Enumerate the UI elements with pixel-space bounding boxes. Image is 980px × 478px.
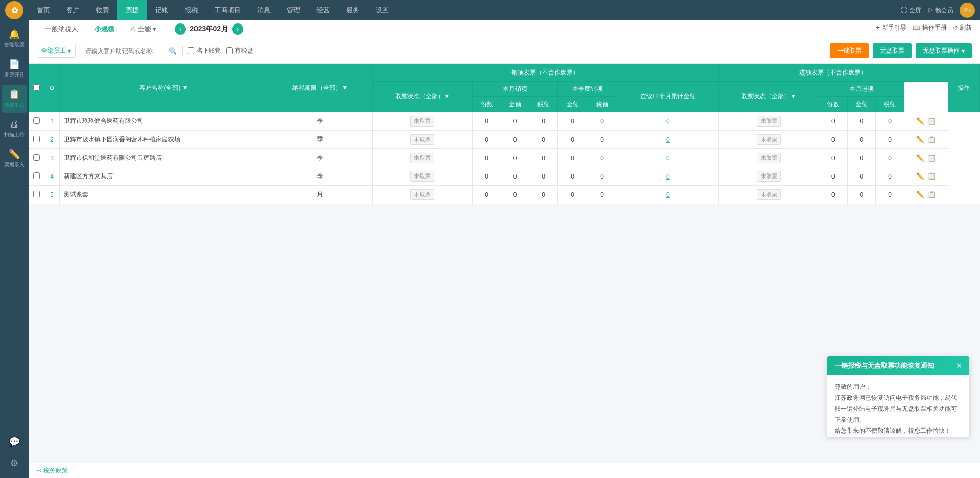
- sidebar-bottom: 💬 ⚙: [2, 432, 27, 473]
- avatar[interactable]: tEa: [960, 3, 975, 18]
- th-consecutive12: 连续12个月累计金额: [617, 82, 719, 112]
- nav-fee[interactable]: 收费: [88, 0, 117, 20]
- checkbox-has-tax-disk-input[interactable]: [226, 47, 233, 54]
- main-table: ⚙ 客户名称(全部) ▼ 纳税期限（全部）▼ 销项发票（不含作废票） 进项发票（…: [29, 64, 980, 204]
- row-checkbox[interactable]: [33, 117, 40, 124]
- row-period-cell: 季: [268, 149, 373, 167]
- row-sales-month-count: 0: [473, 149, 501, 167]
- scan-upload-icon: 🖨: [10, 119, 19, 130]
- row-consecutive12: 0: [617, 131, 719, 149]
- checkbox-has-tax-disk-label: 有税盘: [235, 46, 253, 55]
- nav-tax[interactable]: 报税: [177, 0, 206, 20]
- checkbox-has-tax-disk[interactable]: 有税盘: [226, 46, 253, 55]
- checkbox-own-accounts-input[interactable]: [188, 47, 194, 54]
- select-all-checkbox[interactable]: [33, 84, 40, 91]
- edit-icon[interactable]: ✏️: [916, 154, 924, 162]
- view-icon[interactable]: 📋: [927, 191, 936, 198]
- no-disk-fetch-operation-btn[interactable]: 无盘取票操作 ▾: [916, 43, 972, 58]
- row-index-cell: 4: [44, 167, 60, 186]
- th-purchase-month-amount: 金额: [847, 97, 876, 112]
- nav-operation[interactable]: 经营: [308, 0, 338, 20]
- nav-settings[interactable]: 设置: [368, 0, 397, 20]
- row-checkbox[interactable]: [33, 154, 40, 161]
- edit-icon[interactable]: ✏️: [916, 117, 924, 125]
- row-consecutive12: 0: [617, 186, 719, 204]
- sidebar-item-invoice-summary[interactable]: 📋 票据汇总: [2, 85, 27, 113]
- nav-bookkeeping[interactable]: 记账: [147, 0, 177, 20]
- no-disk-fetch-btn[interactable]: 无盘取票: [873, 43, 912, 58]
- row-sales-month-count: 0: [473, 186, 501, 204]
- row-period-cell: 季: [268, 112, 373, 131]
- row-sales-month-count: 0: [473, 112, 501, 131]
- chat-icon: 💬: [9, 436, 20, 447]
- row-checkbox[interactable]: [33, 136, 40, 142]
- new-guide-btn[interactable]: ✦ 新手引导: [875, 23, 906, 32]
- checkbox-own-accounts[interactable]: 名下账套: [188, 46, 221, 55]
- vip-btn[interactable]: ▷ 畅会员: [927, 6, 953, 15]
- sidebar-item-invoice-entry[interactable]: ✏️ 票据录入: [2, 144, 27, 172]
- notification-close-btn[interactable]: ✕: [956, 362, 962, 370]
- employee-select[interactable]: 全部员工 ▾: [37, 44, 76, 58]
- sidebar-item-invoice-open[interactable]: 📄 发票开具: [2, 55, 27, 83]
- nav-service[interactable]: 服务: [338, 0, 368, 20]
- period-next-btn[interactable]: ›: [232, 23, 243, 35]
- nav-message[interactable]: 消息: [249, 0, 279, 20]
- smart-ticket-icon: 🔔: [9, 29, 20, 40]
- notification-content: 尊敬的用户： 江苏政务网已恢复访问电子税务局功能，易代账一键登陆电子税务局与无盘…: [835, 382, 962, 437]
- row-actions-cell: ✏️ 📋: [904, 149, 948, 167]
- row-purchase-month-count: 0: [819, 131, 848, 149]
- nav-client[interactable]: 客户: [58, 0, 88, 20]
- one-click-fetch-btn[interactable]: 一键取票: [830, 43, 869, 58]
- row-period-cell: 月: [268, 186, 373, 204]
- row-index-cell: 3: [44, 149, 60, 167]
- fullscreen-btn[interactable]: ⛶ 全屏: [901, 6, 921, 15]
- row-sales-quarter-amount: 0: [557, 149, 587, 167]
- fetch-status-sales-badge: 未取票: [410, 134, 434, 145]
- edit-icon[interactable]: ✏️: [916, 172, 924, 180]
- row-sales-month-tax: 0: [529, 186, 558, 204]
- row-checkbox[interactable]: [33, 172, 40, 179]
- nav-manage[interactable]: 管理: [279, 0, 308, 20]
- nav-home[interactable]: 首页: [29, 0, 58, 20]
- sidebar-item-gear[interactable]: ⚙: [2, 454, 27, 473]
- sidebar: 🔔 智能取票 📄 发票开具 📋 票据汇总 🖨 扫描上传 ✏️ 票据录入 💬 ⚙: [0, 20, 29, 478]
- edit-icon[interactable]: ✏️: [916, 136, 924, 143]
- sidebar-item-smart-ticket[interactable]: 🔔 智能取票: [2, 24, 27, 53]
- tab-small-scale[interactable]: 小规模: [86, 20, 122, 39]
- nav-business[interactable]: 工商项目: [206, 0, 249, 20]
- avatar-text: tEa: [963, 8, 971, 13]
- row-purchase-month-tax: 0: [876, 149, 904, 167]
- view-icon[interactable]: 📋: [927, 154, 936, 162]
- th-sales-invoice-group: 销项发票（不含作废票）: [372, 64, 719, 82]
- fetch-status-sales-badge: 未取票: [410, 171, 434, 182]
- invoice-open-icon: 📄: [9, 59, 20, 70]
- tab-general-taxpayer[interactable]: 一般纳税人: [37, 20, 86, 39]
- fetch-status-purchase-badge: 未取票: [757, 134, 781, 145]
- row-purchase-month-amount: 0: [847, 112, 876, 131]
- row-sales-month-amount: 0: [501, 186, 529, 204]
- edit-icon[interactable]: ✏️: [916, 191, 924, 198]
- sidebar-item-scan-upload[interactable]: 🖨 扫描上传: [2, 115, 27, 142]
- tax-policy-link[interactable]: ⊙ 税务政策: [37, 466, 68, 475]
- row-purchase-month-amount: 0: [847, 131, 876, 149]
- view-icon[interactable]: 📋: [927, 136, 936, 143]
- nav-invoice[interactable]: 票据: [117, 0, 147, 20]
- sidebar-item-chat[interactable]: 💬: [2, 432, 27, 451]
- view-icon[interactable]: 📋: [927, 117, 936, 125]
- refresh-btn[interactable]: ↺ 刷新: [953, 23, 972, 32]
- row-checkbox[interactable]: [33, 191, 40, 197]
- fetch-status-sales-badge: 未取票: [410, 153, 434, 163]
- row-actions-cell: ✏️ 📋: [904, 167, 948, 186]
- th-purchase-month-count: 份数: [819, 97, 848, 112]
- checkbox-own-accounts-label: 名下账套: [197, 46, 221, 55]
- view-icon[interactable]: 📋: [927, 172, 936, 180]
- period-nav: ‹ 2023年02月 ›: [175, 23, 243, 35]
- manual-btn[interactable]: 📖 操作手册: [913, 23, 946, 32]
- search-input[interactable]: [85, 47, 167, 55]
- period-prev-btn[interactable]: ‹: [175, 23, 186, 35]
- search-icon[interactable]: 🔍: [169, 47, 177, 55]
- row-fetch-status-sales-cell: 未取票: [372, 149, 473, 167]
- tab-all-ability[interactable]: ⊙ 全能 ▾: [122, 20, 164, 39]
- row-sales-month-amount: 0: [501, 149, 529, 167]
- th-sales-quarter-amount: 金额: [557, 97, 587, 112]
